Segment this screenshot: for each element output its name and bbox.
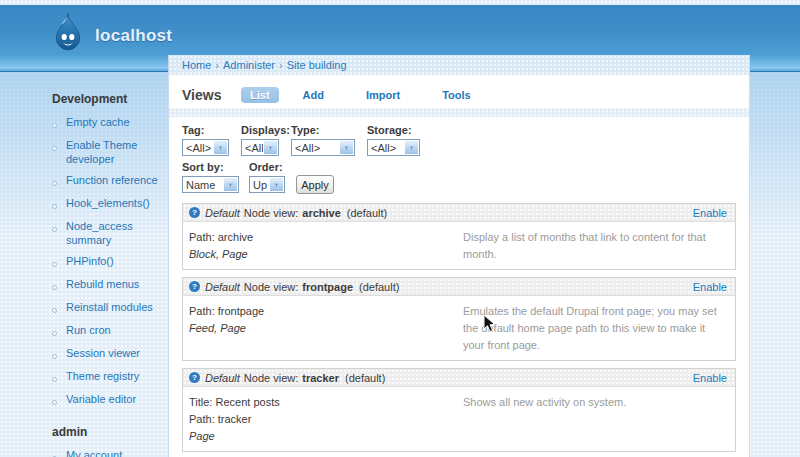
breadcrumb-separator: ›: [279, 59, 283, 71]
sidebar-item-enable-theme-developer[interactable]: Enable Theme developer: [52, 138, 162, 166]
view-type-label: Default: [205, 207, 240, 219]
sidebar-item-rebuild-menus[interactable]: Rebuild menus: [52, 277, 162, 293]
view-description: Emulates the default Drupal front page; …: [459, 296, 735, 360]
circle-bullet-icon: [52, 392, 66, 408]
enable-link[interactable]: Enable: [693, 281, 727, 293]
breadcrumb: Home›Administer›Site building: [169, 55, 749, 75]
sidebar-item-variable-editor[interactable]: Variable editor: [52, 392, 162, 408]
sidebar-item-theme-registry[interactable]: Theme registry: [52, 369, 162, 385]
sort-by-label: Sort by:: [182, 161, 239, 174]
dropdown-arrow-icon: ▼: [269, 177, 284, 192]
sidebar-item-phpinfo[interactable]: PHPinfo(): [52, 254, 162, 270]
sidebar-development-list: Empty cache Enable Theme developer Funct…: [52, 115, 162, 408]
page-title: Views: [182, 87, 241, 103]
circle-bullet-icon: [52, 300, 66, 316]
drupal-logo-icon[interactable]: [53, 12, 83, 52]
circle-bullet-icon: [52, 254, 66, 270]
circle-bullet-icon: [52, 277, 66, 293]
sidebar-item-run-cron[interactable]: Run cron: [52, 323, 162, 339]
breadcrumb-separator: ›: [215, 59, 219, 71]
storage-select[interactable]: <All> ▼: [367, 139, 420, 156]
tab-list[interactable]: List: [241, 87, 279, 103]
help-icon[interactable]: ?: [189, 207, 200, 218]
type-select[interactable]: <All> ▼: [291, 139, 355, 156]
view-displays: Page: [189, 428, 451, 445]
view-kind-label: Node view:: [244, 207, 298, 219]
sidebar-item-node-access-summary[interactable]: Node_access summary: [52, 219, 162, 247]
view-kind-label: Node view:: [244, 372, 298, 384]
sidebar-item-function-reference[interactable]: Function reference: [52, 173, 162, 189]
view-row-tracker: ? Default Node view: tracker (default) E…: [182, 368, 736, 452]
view-description: Shows all new activity on system.: [459, 387, 735, 451]
view-suffix: (default): [345, 372, 385, 384]
sidebar: Development Empty cache Enable Theme dev…: [0, 72, 168, 457]
help-icon[interactable]: ?: [189, 372, 200, 383]
sort-by-select[interactable]: Name ▼: [182, 176, 239, 193]
sidebar-item-my-account[interactable]: My account: [52, 448, 162, 457]
dropdown-arrow-icon: ▼: [263, 140, 278, 155]
enable-link[interactable]: Enable: [693, 372, 727, 384]
circle-bullet-icon: [52, 369, 66, 385]
circle-bullet-icon: [52, 173, 66, 189]
mouse-cursor: [483, 314, 496, 336]
view-path: Path: frontpage: [189, 303, 451, 320]
view-path: Path: tracker: [189, 411, 451, 428]
sidebar-item-hook-elements[interactable]: Hook_elements(): [52, 196, 162, 212]
views-filters: Tag: <All> ▼ Displays: <All> ▼ Type: <Al…: [182, 124, 736, 195]
tag-select[interactable]: <All> ▼: [182, 139, 229, 156]
view-type-label: Default: [205, 281, 240, 293]
view-path: Path: archive: [189, 229, 451, 246]
view-suffix: (default): [359, 281, 399, 293]
view-name: archive: [302, 207, 341, 219]
circle-bullet-icon: [52, 448, 66, 457]
dropdown-arrow-icon: ▼: [213, 140, 228, 155]
apply-button[interactable]: Apply: [296, 175, 334, 194]
circle-bullet-icon: [52, 323, 66, 339]
tab-add[interactable]: Add: [294, 87, 333, 103]
main-content-panel: Home›Administer›Site building Views List…: [168, 55, 750, 457]
sidebar-item-reinstall-modules[interactable]: Reinstall modules: [52, 300, 162, 316]
view-displays: Block, Page: [189, 246, 451, 263]
sidebar-section-title-admin: admin: [52, 425, 162, 439]
view-row-archive: ? Default Node view: archive (default) E…: [182, 203, 736, 270]
order-label: Order:: [249, 161, 285, 174]
view-description: Display a list of months that link to co…: [459, 222, 735, 269]
circle-bullet-icon: [52, 346, 66, 362]
view-kind-label: Node view:: [244, 281, 298, 293]
circle-bullet-icon: [52, 138, 66, 166]
help-icon[interactable]: ?: [189, 281, 200, 292]
enable-link[interactable]: Enable: [693, 207, 727, 219]
dropdown-arrow-icon: ▼: [404, 140, 419, 155]
view-displays: Feed, Page: [189, 320, 451, 337]
displays-filter-label: Displays:: [241, 124, 279, 137]
circle-bullet-icon: [52, 219, 66, 247]
dropdown-arrow-icon: ▼: [223, 177, 238, 192]
site-name[interactable]: localhost: [95, 26, 172, 46]
tag-filter-label: Tag:: [182, 124, 229, 137]
sidebar-item-empty-cache[interactable]: Empty cache: [52, 115, 162, 131]
view-name: frontpage: [302, 281, 353, 293]
tab-import[interactable]: Import: [357, 87, 409, 103]
view-row-frontpage: ? Default Node view: frontpage (default)…: [182, 277, 736, 361]
circle-bullet-icon: [52, 196, 66, 212]
sidebar-item-session-viewer[interactable]: Session viewer: [52, 346, 162, 362]
view-name: tracker: [302, 372, 339, 384]
view-type-label: Default: [205, 372, 240, 384]
view-suffix: (default): [347, 207, 387, 219]
view-title: Title: Recent posts: [189, 394, 451, 411]
tab-underline-strip: [169, 108, 749, 117]
sidebar-section-title-development: Development: [52, 92, 162, 106]
breadcrumb-link-home[interactable]: Home: [182, 59, 211, 71]
type-filter-label: Type:: [291, 124, 355, 137]
order-select[interactable]: Up ▼: [249, 176, 285, 193]
dropdown-arrow-icon: ▼: [339, 140, 354, 155]
tab-tools[interactable]: Tools: [433, 87, 480, 103]
displays-select[interactable]: <All> ▼: [241, 139, 279, 156]
breadcrumb-link-site-building[interactable]: Site building: [287, 59, 347, 71]
storage-filter-label: Storage:: [367, 124, 420, 137]
circle-bullet-icon: [52, 115, 66, 131]
breadcrumb-link-administer[interactable]: Administer: [223, 59, 275, 71]
